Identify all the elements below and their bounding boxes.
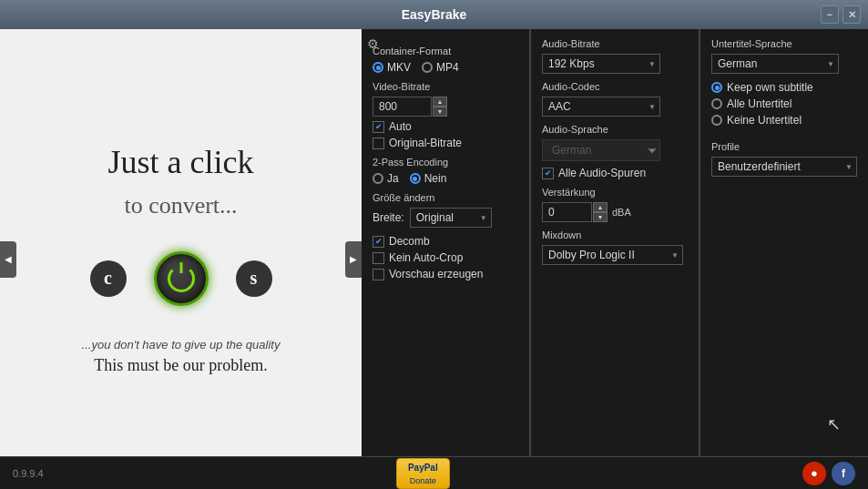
nein-radio-dot <box>410 173 421 184</box>
decomb-label: Decomb <box>389 235 430 248</box>
verstaerkung-input-group: ▲ ▼ dBA <box>542 202 688 222</box>
autocrop-checkbox-row[interactable]: Kein Auto-Crop <box>373 251 518 264</box>
video-bitrate-spinner: ▲ ▼ <box>433 97 447 117</box>
keep-own-subtitle-radio[interactable]: Keep own subtitle <box>711 81 857 94</box>
preview-checkbox-row[interactable]: Vorschau erzeugen <box>373 268 518 280</box>
tagline-line1: Just a click <box>108 143 254 182</box>
profile-label: Profile <box>711 141 857 152</box>
keine-untertitel-radio[interactable]: Keine Untertitel <box>711 114 857 127</box>
paypal-button[interactable]: PayPal Donate <box>396 458 450 489</box>
mkv-radio[interactable]: MKV <box>373 61 411 74</box>
alle-untertitel-radio-dot <box>711 98 722 109</box>
keep-own-radio-dot <box>711 82 722 93</box>
alle-audio-label: Alle Audio-Spuren <box>558 167 646 179</box>
resize-label: Größe ändern <box>373 192 518 203</box>
preview-checkbox[interactable] <box>373 269 384 280</box>
mp4-radio-dot <box>422 62 433 73</box>
close-button[interactable]: ✕ <box>842 5 861 24</box>
power-button[interactable] <box>154 251 209 306</box>
panel-col-3: Untertitel-Sprache German English French… <box>700 29 868 489</box>
record-button[interactable]: ● <box>802 462 826 485</box>
alle-audio-checkbox[interactable]: ✔ <box>542 168 554 179</box>
breite-select[interactable]: Original 720 1280 1920 <box>410 208 492 228</box>
keine-untertitel-radio-dot <box>711 115 722 126</box>
decomb-checkbox-row[interactable]: ✔ Decomb <box>373 235 518 248</box>
quality-text: ...you don't have to give up the quality <box>82 338 281 351</box>
audio-bitrate-label: Audio-Bitrate <box>542 38 688 49</box>
facebook-button[interactable]: f <box>832 462 855 485</box>
autocrop-checkbox[interactable] <box>373 252 384 264</box>
untertitel-sprache-select[interactable]: German English French Spanish None <box>711 54 839 74</box>
verstaerkung-up[interactable]: ▲ <box>593 202 608 212</box>
mixdown-select[interactable]: None Mono Stereo Dolby Surround Dolby Pr… <box>542 245 683 265</box>
autocrop-label: Kein Auto-Crop <box>389 251 463 264</box>
audio-codec-select[interactable]: AAC MP3 AC3 DTS <box>542 97 660 117</box>
nein-label: Nein <box>424 172 447 185</box>
app-title: EasyBrake <box>402 7 467 22</box>
mkv-radio-dot <box>373 62 383 73</box>
audio-sprache-select[interactable]: German <box>542 139 660 161</box>
c-icon: c <box>104 268 112 289</box>
ja-label: Ja <box>387 172 399 185</box>
two-pass-label: 2-Pass Encoding <box>373 157 518 168</box>
keep-own-label: Keep own subtitle <box>727 81 813 94</box>
tagline-line2: to convert... <box>124 192 237 219</box>
video-bitrate-label: Video-Bitrate <box>373 81 518 92</box>
untertitel-select-wrapper: German English French Spanish None <box>711 54 839 74</box>
mkv-label: MKV <box>387 61 411 74</box>
controls-row: c s <box>90 251 272 306</box>
mp4-label: MP4 <box>436 61 459 74</box>
auto-checkbox-row[interactable]: ✔ Auto <box>373 120 518 133</box>
breite-label: Breite: <box>373 211 404 224</box>
settings-icon: ⚙ <box>367 36 379 51</box>
s-icon: s <box>250 268 258 289</box>
bottom-icons: ● f <box>802 462 855 485</box>
mixdown-select-wrapper: None Mono Stereo Dolby Surround Dolby Pr… <box>542 245 683 265</box>
alle-untertitel-label: Alle Untertitel <box>727 97 791 110</box>
panels-area: ⚙ Container-Format MKV MP4 Video-Bitrate… <box>362 29 868 489</box>
alle-untertitel-radio[interactable]: Alle Untertitel <box>711 97 857 110</box>
verstaerkung-spinner: ▲ ▼ <box>593 202 608 222</box>
main-area: ◀ ▶ Just a click to convert... c s ...yo… <box>0 29 868 489</box>
titlebar: EasyBrake − ✕ <box>0 0 868 29</box>
panel-col-2: Audio-Bitrate 64 Kbps 128 Kbps 160 Kbps … <box>531 29 700 489</box>
c-button[interactable]: c <box>90 260 127 297</box>
video-bitrate-input[interactable] <box>373 97 432 117</box>
paypal-label2: Donate <box>410 476 436 485</box>
video-bitrate-input-group: ▲ ▼ <box>373 97 518 117</box>
verstaerkung-input[interactable] <box>542 202 592 222</box>
left-arrow-button[interactable]: ◀ <box>0 241 16 278</box>
verstaerkung-down[interactable]: ▼ <box>593 212 608 222</box>
s-button[interactable]: s <box>236 260 272 297</box>
audio-bitrate-select-wrapper: 64 Kbps 128 Kbps 160 Kbps 192 Kbps 256 K… <box>542 54 660 74</box>
ja-radio[interactable]: Ja <box>373 172 399 185</box>
breite-select-wrapper: Original 720 1280 1920 <box>410 208 492 228</box>
audio-sprache-select-wrapper: German <box>542 139 660 161</box>
two-pass-row: Ja Nein <box>373 172 518 185</box>
audio-bitrate-select[interactable]: 64 Kbps 128 Kbps 160 Kbps 192 Kbps 256 K… <box>542 54 660 74</box>
audio-codec-label: Audio-Codec <box>542 81 688 92</box>
video-bitrate-up[interactable]: ▲ <box>433 97 447 107</box>
original-bitrate-label: Original-Bitrate <box>389 137 462 149</box>
version-label: 0.9.9.4 <box>13 468 44 479</box>
paypal-label1: PayPal <box>408 463 438 473</box>
keine-untertitel-label: Keine Untertitel <box>727 114 802 127</box>
mp4-radio[interactable]: MP4 <box>422 61 459 74</box>
titlebar-controls: − ✕ <box>821 0 861 29</box>
decomb-checkbox[interactable]: ✔ <box>373 236 384 248</box>
original-bitrate-checkbox-row[interactable]: Original-Bitrate <box>373 137 518 149</box>
right-arrow-button[interactable]: ▶ <box>345 241 362 278</box>
verstaerkung-unit: dBA <box>612 207 631 218</box>
container-format-label: Container-Format <box>373 46 518 56</box>
auto-checkbox[interactable]: ✔ <box>373 121 384 133</box>
nein-radio[interactable]: Nein <box>410 172 447 185</box>
mixdown-label: Mixdown <box>542 229 688 240</box>
power-icon <box>168 265 195 292</box>
minimize-button[interactable]: − <box>821 5 839 24</box>
alle-audio-checkbox-row[interactable]: ✔ Alle Audio-Spuren <box>542 167 688 179</box>
video-bitrate-down[interactable]: ▼ <box>433 107 447 117</box>
profile-select[interactable]: Benutzerdefiniert Normal High Profile iP… <box>711 157 857 177</box>
original-bitrate-checkbox[interactable] <box>373 138 384 149</box>
panel-col-1: ⚙ Container-Format MKV MP4 Video-Bitrate… <box>362 29 530 489</box>
audio-codec-select-wrapper: AAC MP3 AC3 DTS <box>542 97 660 117</box>
